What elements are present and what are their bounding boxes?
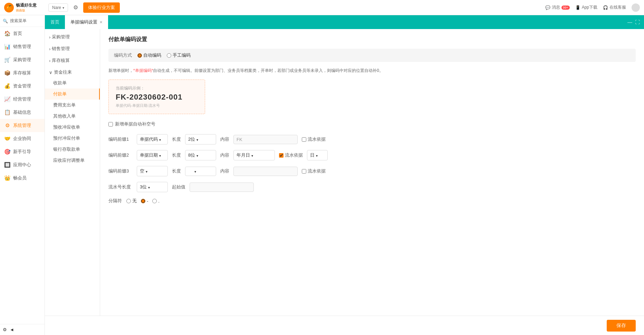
separator-dot-radio[interactable]: . (152, 198, 160, 204)
basic-icon: 📋 (4, 109, 10, 115)
sub-nav-item-prepay-ar[interactable]: 预收冲应收单 (45, 122, 100, 133)
sub-nav-group-inventory-header[interactable]: › 库存核算 (45, 55, 100, 66)
sidebar-item-basic[interactable]: 📋 基础信息 (0, 106, 45, 119)
chevron-down-icon (196, 137, 198, 142)
nav-dropdown-button[interactable]: Nare (48, 3, 68, 12)
watermark1-checkbox-item[interactable]: 流水依据 (302, 136, 326, 142)
sub-nav-group-funds: ∨ 资金往来 收款单 付款单 费用支出单 其他收入单 预收冲应收单 预付冲应付单… (45, 67, 100, 166)
chevron-down-icon (63, 5, 64, 10)
sub-nav-item-ar-ap-adjust[interactable]: 应收应付调整单 (45, 155, 100, 166)
watermark3-checkbox-item[interactable]: 流水依据 (302, 168, 326, 174)
phone-icon: 📱 (575, 5, 580, 10)
form-row-serial: 流水号长度 3位 起始值 1 (108, 182, 636, 192)
auto-fill-checkbox[interactable] (108, 122, 113, 127)
tab-close-icon[interactable]: ✕ (99, 20, 100, 25)
management-icon: 📈 (4, 96, 10, 102)
settings-button[interactable]: ⚙ (71, 3, 80, 12)
app-download-button[interactable]: 📱 App下载 (575, 4, 597, 10)
logo-area: 🍊 畅通好生意 插曲版 (4, 2, 46, 13)
inventory-icon: 📦 (4, 70, 10, 76)
sidebar-item-enterprise[interactable]: 🤝 企业协同 (0, 132, 45, 145)
preview-box: 当前编码示例： FK-20230602-001 单据代码-单据日期-流水号 (108, 80, 205, 114)
auto-encode-radio[interactable]: 自动编码 (137, 52, 161, 58)
sidebar-item-system[interactable]: ⚙ 系统管理 (0, 119, 45, 132)
chevron-down-icon2: ∨ (49, 70, 52, 75)
separator-none-radio[interactable]: 无 (126, 198, 137, 204)
sidebar-item-app[interactable]: 🔲 应用中心 (0, 158, 45, 171)
top-header: 🍊 畅通好生意 插曲版 Nare ⚙ 体验行业方案 💬 消息 99+ 📱 App… (0, 0, 644, 15)
system-icon: ⚙ (4, 122, 10, 129)
logo-text: 畅通好生意 插曲版 (16, 2, 37, 13)
sub-nav-group-funds-header[interactable]: ∨ 资金往来 (45, 67, 100, 77)
sidebar-item-purchase[interactable]: 🛒 采购管理 (0, 53, 45, 66)
finance-icon: 💰 (4, 83, 10, 89)
purchase-icon: 🛒 (4, 57, 10, 63)
sub-nav-item-payment[interactable]: 付款单 (45, 89, 100, 100)
main-layout: 🔍 搜索菜单 🏠 首页 📊 销售管理 🛒 采购管理 📦 库存核算 💰 资金管理 … (0, 15, 644, 335)
sidebar-item-home[interactable]: 🏠 首页 (0, 27, 45, 40)
form-row-prefix2: 编码前缀2 单据日期 长度 8位 内容 年月日 (108, 150, 636, 160)
prefix2-select[interactable]: 单据日期 (137, 150, 168, 160)
tab-home[interactable]: 首页 (45, 15, 65, 29)
length1-select[interactable]: 2位 (185, 134, 216, 145)
tab-encoding-settings[interactable]: 单据编码设置 ✕ (65, 15, 100, 29)
chevron-down-icon (159, 137, 161, 142)
top-nav-controls: Nare ⚙ 体验行业方案 (48, 2, 542, 13)
serial-length-select[interactable]: 3位 (137, 182, 168, 192)
manual-encode-radio[interactable]: 手工编码 (167, 52, 191, 58)
watermark1-checkbox[interactable] (302, 137, 306, 142)
sub-nav-item-expense[interactable]: 费用支出单 (45, 100, 100, 111)
form-row-prefix3: 编码前缀3 空 长度 内容 流水依据 (108, 166, 636, 176)
sub-nav-item-bank[interactable]: 银行存取款单 (45, 144, 100, 155)
auto-fill-label[interactable]: 新增单据自动补空号 (115, 121, 155, 127)
message-icon: 💬 (545, 5, 550, 10)
sidebar-item-sales[interactable]: 📊 销售管理 (0, 40, 45, 53)
sidebar-item-member[interactable]: 👑 畅会员 (0, 171, 45, 185)
sidebar-item-management[interactable]: 📈 经营管理 (0, 93, 45, 106)
content-area: 首页 单据编码设置 ✕ — ⛶ › 采购管理 (45, 15, 644, 335)
collapse-icon[interactable]: ◄ (10, 327, 14, 332)
separator-dash-radio[interactable]: - (141, 198, 148, 204)
length2-select[interactable]: 8位 (185, 150, 216, 160)
content3-input[interactable] (233, 167, 298, 176)
save-button[interactable]: 保存 (607, 320, 636, 332)
sub-nav-item-receipt[interactable]: 收款单 (45, 77, 100, 89)
chevron-right-icon: › (49, 35, 50, 40)
settings-bottom-icon[interactable]: ⚙ (3, 327, 7, 332)
guide-icon: 🎯 (4, 149, 10, 155)
content2-select[interactable]: 年月日 (233, 150, 275, 160)
sub-nav-item-prepay-ap[interactable]: 预付冲应付单 (45, 133, 100, 144)
sidebar-search[interactable]: 🔍 搜索菜单 (0, 15, 45, 27)
industry-button[interactable]: 体验行业方案 (83, 2, 120, 13)
sales-icon: 📊 (4, 44, 10, 50)
watermark2-checkbox[interactable] (279, 153, 283, 158)
sub-nav: 首页 单据编码设置 ✕ — ⛶ › 采购管理 (45, 15, 100, 335)
logo-icon: 🍊 (4, 3, 14, 12)
message-button[interactable]: 💬 消息 99+ (545, 4, 569, 10)
form-row-prefix1: 编码前缀1 单据代码 长度 2位 内容 流水依据 (108, 134, 636, 145)
chevron-down-icon (148, 185, 150, 190)
chevron-down-icon (159, 153, 161, 158)
period-select[interactable]: 日 (307, 150, 328, 160)
sidebar-item-inventory[interactable]: 📦 库存核算 (0, 66, 45, 80)
info-text: 新增单据时，*单据编码*自动生成，不可编辑。前缀设置为部门、业务员等档案类，开单… (108, 67, 636, 74)
sub-nav-group-sales-header[interactable]: › 销售管理 (45, 44, 100, 54)
sidebar-item-guide[interactable]: 🎯 新手引导 (0, 145, 45, 158)
sub-nav-group-purchase-header[interactable]: › 采购管理 (45, 32, 100, 42)
watermark2-checkbox-item[interactable]: 流水依据 (279, 152, 303, 158)
user-avatar[interactable] (632, 3, 640, 12)
headset-icon: 🎧 (603, 5, 608, 10)
sidebar-item-finance[interactable]: 💰 资金管理 (0, 80, 45, 93)
chevron-down-icon (316, 153, 318, 158)
search-icon: 🔍 (3, 19, 8, 24)
watermark3-checkbox[interactable] (302, 169, 306, 174)
online-service-button[interactable]: 🎧 在线客服 (603, 4, 626, 10)
sub-nav-item-other-income[interactable]: 其他收入单 (45, 111, 100, 122)
bottom-bar: 保存 (100, 316, 644, 335)
prefix3-select[interactable]: 空 (137, 166, 168, 176)
prefix1-select[interactable]: 单据代码 (137, 134, 168, 145)
start-value-input[interactable]: 1 (190, 183, 254, 192)
length3-select[interactable] (185, 167, 216, 176)
sidebar: 🔍 搜索菜单 🏠 首页 📊 销售管理 🛒 采购管理 📦 库存核算 💰 资金管理 … (0, 15, 45, 335)
top-right-area: 💬 消息 99+ 📱 App下载 🎧 在线客服 (545, 3, 640, 12)
